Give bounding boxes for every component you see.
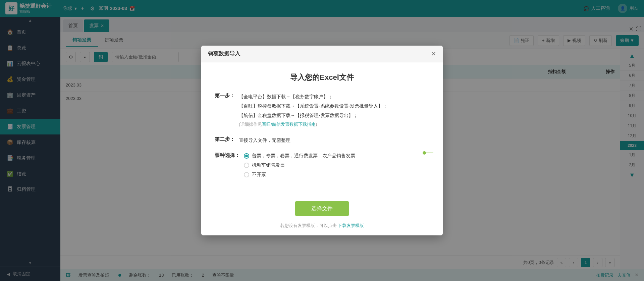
select-file-btn[interactable]: 选择文件: [295, 201, 349, 216]
step1-note: (详细操作见百旺/航信发票数据下载指南): [239, 120, 387, 129]
radio-car-label: 机动车销售发票: [252, 162, 285, 168]
modal-footer: 若您没有发票模版，可以点击 下载发票模版: [201, 223, 443, 235]
modal-header: 销项数据导入 ✕: [201, 46, 443, 62]
radio-common[interactable]: 普票，专票，卷票，通行费发票，农产品销售发票: [244, 153, 355, 159]
modal-step2: 第二步： 直接导入文件，无需整理: [215, 135, 429, 145]
step2-text: 直接导入文件，无需整理: [239, 135, 290, 145]
radio-none-circle: [244, 172, 249, 177]
step1-line1: 【全电平台】数据下载→【税务数字账户】；: [239, 92, 387, 101]
radio-common-label: 普票，专票，卷票，通行费发票，农产品销售发票: [252, 153, 355, 159]
ticket-select-label: 票种选择：: [215, 152, 240, 178]
guide-link[interactable]: 百旺/航信发票数据下载指南: [262, 122, 316, 127]
modal-body: 导入您的Excel文件 第一步： 【全电平台】数据下载→【税务数字账户】； 【百…: [201, 62, 443, 194]
download-template-link[interactable]: 下载发票模版: [338, 223, 364, 228]
radio-common-circle: [244, 153, 249, 159]
step1-line2: 【百旺】税控盘数据下载→【系统设置-系统参数设置-发票批量导入】；: [239, 101, 387, 111]
radio-group: 普票，专票，卷票，通行费发票，农产品销售发票 机动车销售发票 不开票: [244, 153, 355, 178]
modal-close-btn[interactable]: ✕: [431, 50, 436, 58]
radio-none[interactable]: 不开票: [244, 172, 355, 178]
step1-line3: 【航信】金税盘数据下载→【报税管理-发票数据导出】；: [239, 111, 387, 120]
tooltip-dot: [423, 151, 426, 155]
step2-label: 第二步：: [215, 136, 235, 145]
ticket-select: 票种选择： 普票，专票，卷票，通行费发票，农产品销售发票 机动车销售发票 不开票: [215, 152, 429, 178]
modal-main-title: 导入您的Excel文件: [215, 72, 429, 82]
modal-overlay: 销项数据导入 ✕ 导入您的Excel文件 第一步： 【全电平台】数据下载→【税务…: [0, 0, 644, 281]
radio-car[interactable]: 机动车销售发票: [244, 162, 355, 168]
step1-label: 第一步：: [215, 93, 235, 129]
step1-content: 【全电平台】数据下载→【税务数字账户】； 【百旺】税控盘数据下载→【系统设置-系…: [239, 92, 387, 129]
tooltip-line: [426, 153, 433, 153]
radio-none-label: 不开票: [252, 172, 266, 178]
radio-car-circle: [244, 163, 249, 168]
modal-title: 销项数据导入: [208, 50, 240, 57]
modal: 销项数据导入 ✕ 导入您的Excel文件 第一步： 【全电平台】数据下载→【税务…: [201, 46, 443, 235]
modal-step1: 第一步： 【全电平台】数据下载→【税务数字账户】； 【百旺】税控盘数据下载→【系…: [215, 92, 429, 129]
